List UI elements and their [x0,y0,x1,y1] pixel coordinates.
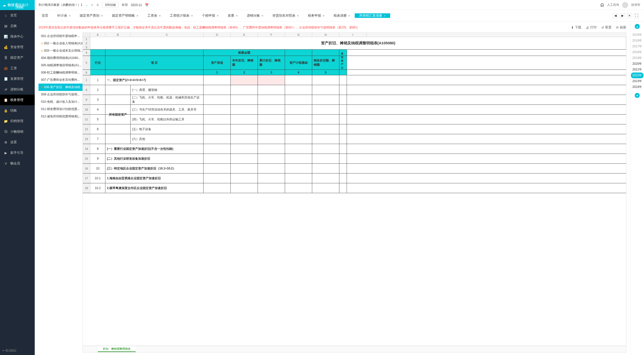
value-cell[interactable] [285,124,312,134]
value-cell[interactable] [312,124,339,134]
value-cell[interactable] [312,164,339,173]
value-cell[interactable] [285,144,312,154]
value-cell[interactable] [339,124,347,134]
item-cell[interactable]: (五）电子设备 [131,124,204,134]
year-item[interactable]: 2015年 [631,32,644,38]
value-cell[interactable] [312,85,339,95]
item-cell[interactable]: (三）与生产经营活动有关的器具、工具、家具等 [131,105,204,114]
row-header[interactable]: 1 [83,75,90,85]
value-cell[interactable] [204,154,231,163]
tab-close-all-icon[interactable]: ✕ [627,13,632,18]
year-item[interactable]: 2021年 [631,67,644,73]
item-cell[interactable]: 2.横琴粤澳深度合作区企业固定资产加速折旧 [105,183,204,193]
nav-xiaochang[interactable]: Ⓖ小畅报销 [0,126,35,137]
value-cell[interactable] [231,144,258,154]
row-header[interactable]: 5 [83,56,90,69]
value-cell[interactable] [312,75,339,85]
year-item[interactable]: 2020年 [631,61,644,67]
xingci-cell[interactable]: 4 [90,105,105,114]
nav-ledger[interactable]: ▤总账 [0,21,35,31]
col-header-E[interactable]: E [231,33,258,37]
report-item[interactable]: 004-期间费用明细表(A1040... [38,54,83,62]
row-header[interactable]: 1 [83,37,90,41]
value-cell[interactable] [339,144,347,154]
year-item[interactable]: 2022年 [631,73,644,78]
value-cell[interactable] [312,115,339,124]
row-header[interactable]: 16 [83,164,90,173]
value-cell[interactable] [339,95,347,104]
value-cell[interactable] [339,183,347,193]
value-cell[interactable] [339,115,347,124]
nav-archive[interactable]: 📁归档管理 [0,116,35,126]
report-item[interactable]: 011-研发费用加计扣除优惠... [38,105,83,113]
year-item[interactable]: 2016年 [631,38,644,44]
year-item[interactable]: 2023年 [631,78,644,84]
value-cell[interactable] [258,144,285,154]
item-cell[interactable]: (三）特定地区企业固定资产加速折旧（10.1+10.2） [105,164,204,173]
value-cell[interactable] [285,95,312,104]
nav-tax[interactable]: 📋税务管理 [0,95,35,105]
row-header[interactable]: 3 [83,45,90,49]
row-header[interactable]: 17 [83,173,90,183]
refresh-button[interactable]: ⟳刷新 [616,25,626,30]
value-cell[interactable] [285,173,312,183]
value-cell[interactable] [258,95,285,104]
row-header[interactable]: 11 [83,115,90,124]
value-cell[interactable] [258,85,285,95]
value-cell[interactable] [285,75,312,85]
xingci-cell[interactable]: 10 [90,164,105,173]
year-down-icon[interactable]: ▼ [635,93,640,98]
close-icon[interactable]: ✕ [136,14,138,17]
value-cell[interactable] [231,173,258,183]
row-header[interactable]: 12 [83,124,90,134]
value-cell[interactable] [204,183,231,193]
nav-settings[interactable]: ⚙设置 [0,137,35,148]
value-cell[interactable] [285,115,312,124]
add-icon[interactable]: + [91,3,93,7]
value-cell[interactable] [231,115,258,124]
nav-chart[interactable]: 📊报表中心 [0,31,35,42]
row-header[interactable]: 2 [83,41,90,45]
col-header-I[interactable]: I [339,33,367,37]
item-cell[interactable]: (四）飞机、火车、轮船以外的运输工具 [131,115,204,124]
value-cell[interactable] [339,164,347,173]
item-cell[interactable]: (一）房屋、建筑物 [131,85,204,95]
close-icon[interactable]: ✕ [191,14,193,17]
print-button[interactable]: 🖨打印 [586,25,597,30]
value-cell[interactable] [285,134,312,144]
value-cell[interactable] [231,75,258,85]
nav-vip[interactable]: V畅会员 [0,158,35,169]
value-cell[interactable] [339,154,347,163]
value-cell[interactable] [258,183,285,193]
value-cell[interactable] [204,105,231,114]
year-item[interactable]: 2017年 [631,44,644,49]
dropdown-icon[interactable]: ⌄ [86,3,88,7]
avatar[interactable] [622,2,628,8]
value-cell[interactable] [258,115,285,124]
col-header-F[interactable]: F [258,33,285,37]
tab-个税申报[interactable]: 个税申报✕ [197,13,223,18]
value-cell[interactable] [285,164,312,173]
tab-工资表[interactable]: 工资表✕ [143,13,165,18]
sidebar-footer[interactable]: ⇤ 取消固定 [0,346,35,355]
report-item[interactable]: 006-职工薪酬纳税调整明细... [38,69,83,76]
close-icon[interactable]: ✕ [217,14,219,17]
xingci-cell[interactable]: 9 [90,154,105,163]
year-item[interactable]: 2018年 [631,49,644,55]
report-item[interactable]: 010-免税、减计收入及加计... [38,98,83,105]
col-header-G[interactable]: G [285,33,312,37]
nav-guide[interactable]: ▶新手引导 [0,148,35,158]
value-cell[interactable] [312,154,339,163]
value-cell[interactable] [258,154,285,163]
item-cell[interactable]: (六）其他 [131,134,204,144]
report-item[interactable]: ⊘003-一般企业成本支出明细... [38,47,83,54]
value-cell[interactable] [231,85,258,95]
nav-asset[interactable]: 🗄固定资产 [0,52,35,63]
value-cell[interactable] [231,154,258,163]
value-cell[interactable] [258,124,285,134]
username[interactable]: 徐泽华 [631,3,640,7]
year-up-icon[interactable]: ▲ [635,24,640,29]
xingci-cell[interactable]: 8 [90,144,105,154]
value-cell[interactable] [312,173,339,183]
col-header-A[interactable]: A [90,33,105,37]
